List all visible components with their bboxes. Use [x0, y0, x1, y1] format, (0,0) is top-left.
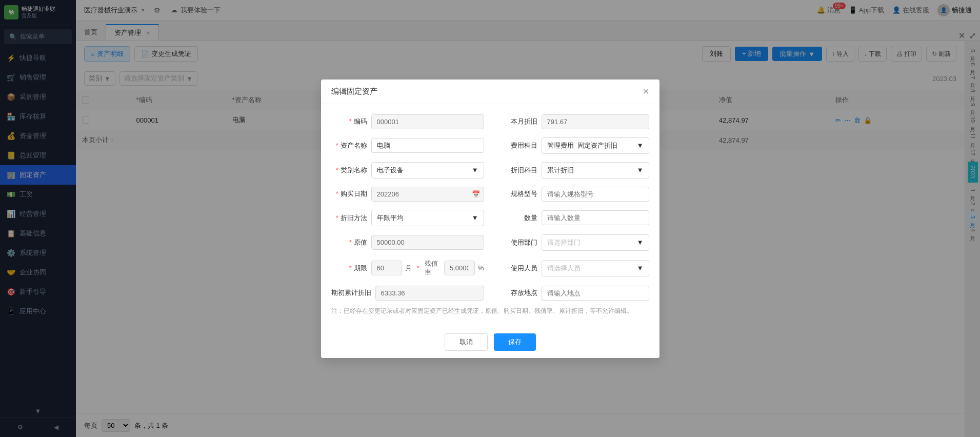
period-input[interactable] [371, 261, 402, 275]
save-button[interactable]: 保存 [494, 333, 536, 351]
form-row-monthly-depr: 本月折旧 [496, 114, 649, 129]
period-label: * 期限 [331, 264, 367, 273]
person-dropdown-icon: ▼ [637, 264, 644, 272]
expense-dropdown-icon: ▼ [637, 142, 644, 149]
quantity-label: 数量 [496, 213, 537, 223]
purchase-date-wrap: 📅 [371, 187, 484, 202]
form-row-initial-accum: 期初累计折旧 [331, 286, 484, 301]
form-row-category: * 类别名称 电子设备 ▼ [331, 162, 484, 178]
modal-footer: 取消 保存 [321, 326, 659, 358]
category-label: * 类别名称 [331, 166, 367, 175]
form-row-person: 使用人员 请选择人员 ▼ [496, 259, 649, 277]
form-row-quantity: 数量 [496, 210, 649, 226]
quantity-input[interactable] [542, 210, 649, 225]
form-row-department: 使用部门 请选择部门 ▼ [496, 234, 649, 251]
spec-label: 规格型号 [496, 189, 537, 198]
modal-body: * 编码 本月折旧 * 资产名称 [321, 104, 659, 326]
asset-name-input[interactable] [371, 138, 484, 153]
depr-method-select[interactable]: 年限平均 ▼ [371, 210, 484, 226]
depr-method-dropdown-icon: ▼ [472, 214, 478, 222]
category-dropdown-icon: ▼ [472, 166, 478, 174]
depr-account-select[interactable]: 累计折旧 ▼ [542, 162, 649, 178]
initial-accum-input[interactable] [375, 286, 484, 301]
location-input[interactable] [542, 286, 649, 301]
form-row-location: 存放地点 [496, 286, 649, 301]
calendar-icon: 📅 [472, 190, 480, 198]
person-select[interactable]: 请选择人员 ▼ [542, 260, 649, 276]
form-row-purchase-date: * 购买日期 📅 [331, 187, 484, 202]
code-input[interactable] [371, 114, 484, 129]
form-row-expense-account: 费用科目 管理费用_固定资产折旧 ▼ [496, 137, 649, 154]
modal-title: 编辑固定资产 [331, 87, 377, 96]
initial-accum-label: 期初累计折旧 [331, 288, 371, 297]
department-dropdown-icon: ▼ [637, 239, 644, 246]
depr-dropdown-icon: ▼ [637, 166, 644, 174]
form-row-asset-name: * 资产名称 [331, 137, 484, 154]
person-label: 使用人员 [496, 264, 537, 273]
form-row-code: * 编码 [331, 114, 484, 129]
original-value-input[interactable] [371, 235, 484, 250]
monthly-depr-label: 本月折旧 [496, 117, 537, 126]
modal-overlay: 编辑固定资产 ✕ * 编码 本月折旧 [0, 0, 980, 437]
modal-header: 编辑固定资产 ✕ [321, 80, 659, 104]
form-row-depr-method: * 折旧方法 年限平均 ▼ [331, 210, 484, 226]
code-label: * 编码 [331, 117, 367, 126]
edit-asset-modal: 编辑固定资产 ✕ * 编码 本月折旧 [321, 80, 659, 358]
depr-method-label: * 折旧方法 [331, 213, 367, 223]
asset-name-label: * 资产名称 [331, 141, 367, 150]
period-residual-row: 月 * 残值率 % [371, 259, 484, 277]
department-label: 使用部门 [496, 238, 537, 247]
monthly-depr-input[interactable] [542, 114, 649, 129]
form-row-spec: 规格型号 [496, 187, 649, 202]
location-label: 存放地点 [496, 288, 537, 297]
purchase-date-input[interactable] [371, 187, 484, 202]
expense-account-select[interactable]: 管理费用_固定资产折旧 ▼ [542, 137, 649, 154]
spec-input[interactable] [542, 187, 649, 202]
residual-rate-input[interactable] [444, 261, 475, 275]
category-select[interactable]: 电子设备 ▼ [371, 162, 484, 178]
department-select[interactable]: 请选择部门 ▼ [542, 234, 649, 251]
form-row-depr-account: 折旧科目 累计折旧 ▼ [496, 162, 649, 178]
form-row-period: * 期限 月 * 残值率 % [331, 259, 484, 277]
depr-account-label: 折旧科目 [496, 166, 537, 175]
expense-account-label: 费用科目 [496, 141, 537, 150]
modal-close-button[interactable]: ✕ [643, 87, 649, 96]
purchase-date-label: * 购买日期 [331, 189, 367, 198]
modal-note: 注：已经存在变更记录或者对应固定资产已经生成凭证，原值、购买日期、残值率、累计折… [331, 307, 649, 315]
form-row-original-value: * 原值 [331, 234, 484, 251]
form-grid: * 编码 本月折旧 * 资产名称 [331, 114, 649, 301]
original-value-label: * 原值 [331, 238, 367, 247]
cancel-button[interactable]: 取消 [445, 333, 488, 351]
